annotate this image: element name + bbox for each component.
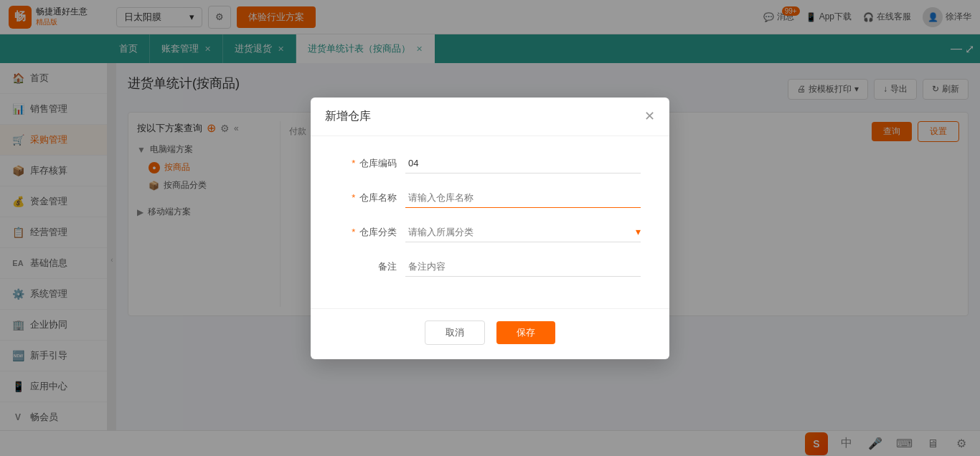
warehouse-code-input[interactable] [405, 153, 641, 174]
category-dropdown-icon: ▾ [636, 226, 641, 237]
modal-footer: 取消 保存 [311, 308, 669, 359]
warehouse-remark-label: 备注 [339, 260, 397, 273]
modal-close-button[interactable]: ✕ [644, 110, 655, 123]
add-warehouse-modal: 新增仓库 ✕ * 仓库编码 * 仓库名称 [311, 98, 669, 359]
warehouse-category-input[interactable] [405, 222, 636, 242]
warehouse-name-row: * 仓库名称 [339, 188, 641, 208]
warehouse-remark-row: 备注 [339, 257, 641, 277]
warehouse-remark-input[interactable] [405, 257, 641, 277]
modal-overlay[interactable]: 新增仓库 ✕ * 仓库编码 * 仓库名称 [0, 0, 980, 456]
warehouse-category-select[interactable]: ▾ [405, 222, 641, 242]
warehouse-category-label: * 仓库分类 [339, 226, 397, 239]
warehouse-name-label: * 仓库名称 [339, 191, 397, 204]
modal-title: 新增仓库 [325, 109, 371, 124]
warehouse-name-input[interactable] [405, 188, 641, 208]
modal-header: 新增仓库 ✕ [311, 98, 669, 136]
save-button[interactable]: 保存 [496, 321, 555, 344]
warehouse-category-row: * 仓库分类 ▾ [339, 222, 641, 242]
warehouse-code-row: * 仓库编码 [339, 153, 641, 174]
warehouse-code-label: * 仓库编码 [339, 157, 397, 170]
cancel-button[interactable]: 取消 [425, 320, 485, 345]
modal-body: * 仓库编码 * 仓库名称 * 仓库分类 [311, 136, 669, 308]
